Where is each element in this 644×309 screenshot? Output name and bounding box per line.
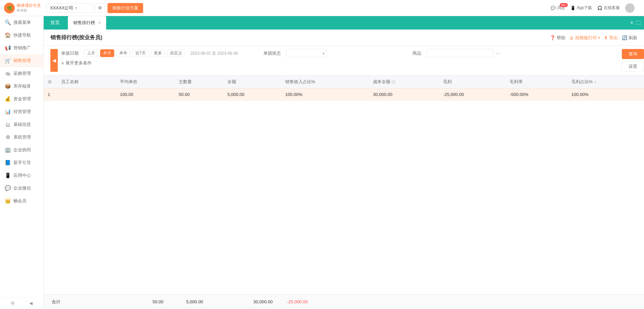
tab-home[interactable]: 首页 [44,16,67,30]
page-title: 销售排行榜(按业务员) [50,34,102,41]
sort-icon[interactable]: ⇅ [594,80,597,84]
sidebar-label-enterprise: 企业协同 [13,147,31,153]
table-header-row: ⚙ 员工名称 平均单价 主数量 全额 销售收入占比% 成本全额 ⓘ 毛 [44,75,644,89]
th-name: 员工名称 [57,75,116,89]
sidebar-item-apps[interactable]: 📱 应用中心 [0,169,43,182]
date-btn-custom[interactable]: 自定义 [167,49,185,57]
guide-icon: 📘 [5,160,11,166]
sidebar-item-inventory[interactable]: 📦 库存核算 [0,80,43,93]
operations-icon: 📊 [5,109,11,115]
logo-sub: 标准版 [17,8,41,13]
goods-filter-area: ··· [427,49,500,57]
sidebar-label-inventory: 库存核算 [13,83,31,89]
th-cost: 成本全额 ⓘ [369,75,439,89]
tab-close-icon[interactable]: × [98,20,101,25]
tab-label-sales-ranking: 销售排行榜 [73,20,95,26]
status-select[interactable] [286,49,327,57]
th-gross-pct: 毛利占比% ⇅ [567,75,644,89]
export-button[interactable]: ⬆ 导出 [604,35,618,41]
date-btn-this-month[interactable]: 本月 [100,49,114,57]
finance-icon: 💰 [5,96,11,102]
tab-close-all-button[interactable]: × [630,20,633,26]
date-btn-more[interactable]: 更多 [151,49,165,57]
industry-button[interactable]: 体验行业方案 [108,3,143,13]
tab-sales-ranking[interactable]: 销售排行榜 × [68,16,106,30]
sidebar-item-system[interactable]: ⚙ 系统管理 [0,131,43,144]
sidebar-item-quick-nav[interactable]: 🏠 快捷导航 [0,29,43,42]
sidebar-item-purchase[interactable]: 🛍 采购管理 [0,67,43,80]
sidebar-item-guide[interactable]: 📘 新手引导 [0,156,43,169]
cost-info-icon[interactable]: ⓘ [392,80,395,84]
sidebar-label-marketing: 营销推广 [13,45,31,51]
logo-text: 畅康通好生意 [17,3,41,8]
top-right-area: 💬 消息 99+ 📱 App下载 🎧 在线客服 [551,3,640,13]
settings-icon[interactable]: ⚙ [95,3,105,13]
sidebar-item-wechat[interactable]: 💬 企业微信 [0,182,43,195]
page-header: 销售排行榜(按业务员) ❓ 帮助 🖨 按模板打印 ▾ [44,30,644,46]
th-gross-rate: 毛利率 [506,75,567,89]
expand-filter-label: 展开更多条件 [66,60,92,66]
td-cost: 30,000.00 [369,89,439,101]
date-range-display: 2023-06-01 至 2023-06-30 [190,51,238,56]
date-filter-label: 单据日期 [61,50,79,56]
chevron-down-icon: ▾ [75,6,77,10]
print-button[interactable]: 🖨 按模板打印 ▾ [569,35,600,41]
sidebar-item-enterprise[interactable]: 🏢 企业协同 [0,144,43,156]
td-gross: -25,000.00 [439,89,506,101]
expand-filter-button[interactable]: ∨ 展开更多条件 [61,60,616,66]
goods-dots-button[interactable]: ··· [496,50,500,56]
sidebar-item-sales[interactable]: 🛒 销售管理 [0,54,43,67]
footer-total-row: 合计 50.00 5,000.00 30,000.00 -25,000.00 [48,299,640,305]
td-qty: 50.00 [175,89,223,101]
company-name: XXXXX公司 [50,5,73,11]
refresh-icon: 🔄 [622,35,627,40]
td-sales-pct: 100.00% [281,89,369,101]
app-download-button[interactable]: 📱 App下载 [570,5,592,11]
sidebar-collapse-icon[interactable]: ◀ [29,301,33,306]
date-btn-this-year[interactable]: 本年 [116,49,130,57]
footer-gross: -25,000.00 [283,299,316,304]
filter-section: ◀ 单据日期 上月 本月 本年 近7天 更多 自定义 [44,46,644,75]
help-button[interactable]: ❓ 帮助 [550,35,565,41]
date-btn-7days[interactable]: 近7天 [132,49,149,57]
sidebar-item-search[interactable]: 🔍 搜索菜单 [0,16,43,29]
td-gross-rate: -500.00% [506,89,567,101]
query-buttons: 查询 设置 [622,49,644,72]
th-amount: 全额 [223,75,281,89]
print-dropdown-icon: ▾ [598,36,600,40]
sidebar-settings-icon[interactable]: ⚙ [11,301,15,306]
headset-icon: 🎧 [597,6,602,10]
sidebar-item-member[interactable]: 👑 畅会员 [0,195,43,207]
sidebar-item-operations[interactable]: 📊 经营管理 [0,105,43,118]
chat-icon: 💬 [551,6,556,10]
avatar[interactable] [625,3,635,13]
help-icon: ❓ [550,35,555,40]
app-download-label: App下载 [577,5,592,11]
td-amount: 5,000.00 [223,89,281,101]
th-gross: 毛利 [439,75,506,89]
content-area: 首页 销售排行榜 × × ⛶ 销售排行榜(按业务员) [44,16,644,309]
status-filter-label: 单据状态 [263,50,281,56]
sidebar-item-basic[interactable]: 🗂 基础信息 [0,118,43,131]
date-btn-last-month[interactable]: 上月 [84,49,98,57]
online-service-button[interactable]: 🎧 在线客服 [597,5,620,11]
sidebar-item-marketing[interactable]: 📢 营销推广 [0,42,43,54]
sidebar-item-finance[interactable]: 💰 资金管理 [0,93,43,105]
filter-collapse-button[interactable]: ◀ [50,49,58,72]
tab-expand-button[interactable]: ⛶ [636,20,641,25]
home-icon: 🏠 [5,32,11,38]
gear-icon[interactable]: ⚙ [48,79,52,85]
page-main: 销售排行榜(按业务员) ❓ 帮助 🖨 按模板打印 ▾ [44,30,644,309]
sidebar-label-wechat: 企业微信 [13,185,31,191]
company-selector[interactable]: XXXXX公司 ▾ [46,3,93,13]
td-avg-price: 100.00 [116,89,175,101]
goods-input[interactable] [427,49,494,57]
th-rank: ⚙ [44,75,57,89]
th-sales-pct: 销售收入占比% [281,75,369,89]
query-button[interactable]: 查询 [622,49,644,59]
notification-button[interactable]: 💬 消息 99+ [551,5,565,11]
enterprise-icon: 🏢 [5,147,11,153]
inventory-icon: 📦 [5,83,11,89]
refresh-button[interactable]: 🔄 刷新 [622,35,637,41]
settings-button[interactable]: 设置 [622,61,644,72]
